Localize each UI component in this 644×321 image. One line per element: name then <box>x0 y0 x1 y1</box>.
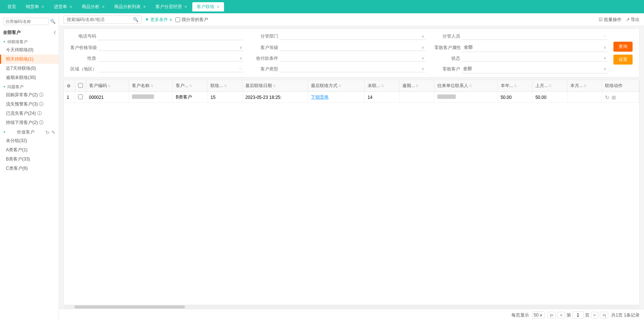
td-last-month: 50.00 <box>532 92 567 103</box>
row-checkbox[interactable] <box>78 94 83 99</box>
close-icon[interactable]: ✕ <box>184 5 187 9</box>
last-page-btn[interactable]: >| <box>600 312 608 318</box>
sidebar-item-overdue-contact[interactable]: 逾期未联络(30) <box>0 73 59 82</box>
collapse-icon[interactable]: 《 <box>52 30 56 35</box>
close-icon[interactable]: ✕ <box>217 5 220 9</box>
sidebar-item-declining[interactable]: 持续下滑客户(2) ⓘ <box>0 118 59 127</box>
select-all-checkbox[interactable] <box>78 83 83 88</box>
sidebar-item-class-a[interactable]: A类客户(1) <box>0 145 59 155</box>
th-this-month[interactable]: 本月...⇅ <box>567 80 602 92</box>
sort-icon: ⇅ <box>338 84 341 88</box>
sidebar-item-class-c[interactable]: C类客户(6) <box>0 164 59 173</box>
nav-home[interactable]: 首页 <box>3 2 21 11</box>
payment-select[interactable]: ∨ <box>280 55 426 62</box>
sidebar-item-class-b[interactable]: B类客户(33) <box>0 155 59 164</box>
customer-level-label: 客户等级 <box>252 45 278 51</box>
status-select[interactable]: ∨ <box>462 55 608 62</box>
th-name[interactable]: 客户名称⇅ <box>129 80 172 92</box>
page-number-input[interactable] <box>573 311 584 319</box>
search-icon[interactable]: 🔍 <box>133 17 139 22</box>
nav-product-analysis-list[interactable]: 商品分析列表 ✕ <box>110 2 150 11</box>
sidebar-group-pending: 待联络客户 <box>0 37 59 45</box>
th-not-contacted[interactable]: 未联...⇅ <box>364 80 399 92</box>
nature-select[interactable]: ∨ <box>98 55 244 62</box>
horizontal-scrollbar[interactable] <box>63 305 640 309</box>
scrollbar-thumb[interactable] <box>74 306 185 308</box>
settings-icon[interactable]: ⚙ <box>67 83 71 89</box>
nav-customer-contact[interactable]: 客户联络 ✕ <box>192 2 224 11</box>
th-overdue[interactable]: 逾期...⇅ <box>399 80 434 92</box>
sidebar-search-input[interactable] <box>3 18 49 25</box>
more-icon: ··· <box>603 34 606 38</box>
table-row: 1 000021 B类客户 15 2023-05-23 18:25: 下销货单 <box>64 92 639 103</box>
th-unit-contact[interactable]: 往来单位联系人⇅ <box>434 80 497 92</box>
sidebar-item-today-contact[interactable]: 今天待联络(0) <box>0 45 59 55</box>
region-select[interactable]: ··· <box>98 66 244 72</box>
sidebar-item-ungrouped[interactable]: 未分组(32) <box>0 136 59 145</box>
sidebar-search-icon[interactable]: 🔍 <box>50 19 56 24</box>
prev-page-btn[interactable]: < <box>557 312 565 318</box>
per-page-select[interactable]: 50 ∨ <box>532 311 545 319</box>
phone-input[interactable] <box>98 32 244 40</box>
all-customers-header[interactable]: 全部客户 《 <box>0 28 59 37</box>
th-last-month[interactable]: 上月...⇅ <box>532 80 567 92</box>
nav-customer-segment[interactable]: 客户分层经营 ✕ <box>151 2 192 11</box>
close-icon[interactable]: ✕ <box>143 5 146 9</box>
nav-purchase-order[interactable]: 进货单 ✕ <box>49 2 77 11</box>
td-name <box>129 92 172 103</box>
th-last-contact-date[interactable]: 最后联络日期⇅ <box>242 80 308 92</box>
customer-type-select[interactable]: ∨ <box>280 66 426 72</box>
sidebar-item-churned[interactable]: 已流失客户(24) ⓘ <box>0 109 59 118</box>
customer-level-select[interactable]: ∨ <box>280 44 426 51</box>
person-select[interactable]: ··· <box>462 33 608 40</box>
dept-label: 分管部门 <box>252 33 278 39</box>
batch-operate-btn[interactable]: ☑ 批量操作 <box>599 17 622 23</box>
first-page-btn[interactable]: |< <box>547 312 556 318</box>
sidebar-item-7days-contact[interactable]: 近7天待联络(0) <box>0 64 59 73</box>
next-page-btn[interactable]: > <box>591 312 598 318</box>
th-this-year[interactable]: 本年...⇅ <box>497 80 532 92</box>
nav-sales-order[interactable]: 销货单 ✕ <box>21 2 49 11</box>
td-action: ↻ ⊞ <box>602 92 639 103</box>
th-contact-count[interactable]: 联络...⇅ <box>207 80 242 92</box>
grid-icon[interactable]: ⊞ <box>612 94 616 100</box>
retail-customer-label: 零散客户 <box>434 66 460 72</box>
contact-method-link[interactable]: 下销货单 <box>311 94 329 100</box>
close-icon[interactable]: ✕ <box>102 5 105 9</box>
close-icon[interactable]: ✕ <box>41 5 44 9</box>
export-btn[interactable]: ↗ 导出 <box>626 17 640 23</box>
sidebar-item-churn-warning[interactable]: 流失预警客户(3) ⓘ <box>0 100 59 109</box>
td-code: 000021 <box>86 92 129 103</box>
person-label: 分管人员 <box>434 33 460 39</box>
retail-attr-select[interactable]: 全部 ∨ <box>462 43 608 52</box>
sidebar-item-tomorrow-contact[interactable]: 明天待联络(1) <box>0 55 59 64</box>
sort-icon: ⇅ <box>514 84 517 88</box>
total-label: 共1页 1条记录 <box>611 312 640 318</box>
retail-customer-select[interactable]: 全部 ∨ <box>462 65 608 73</box>
td-this-month <box>567 92 602 103</box>
my-customers-checkbox-label[interactable]: 我分管的客户 <box>175 17 208 23</box>
more-conditions-btn[interactable]: ▼ 更多条件 ∧ <box>145 17 172 23</box>
sidebar-item-repurchase-anomaly[interactable]: 回购异常客户(2) ⓘ <box>0 90 59 100</box>
my-customers-checkbox[interactable] <box>175 17 180 22</box>
filter-col-customer-type: 客户类型 ∨ <box>249 66 428 72</box>
td-checkbox <box>75 92 86 103</box>
close-icon[interactable]: ✕ <box>69 5 72 9</box>
th-last-contact-method[interactable]: 最后联络方式⇅ <box>308 80 364 92</box>
data-table: ⚙ 客户编码⇅ 客户名称⇅ 客户...⇅ <box>64 80 639 103</box>
filter-col-price-level: 客户价格等级 ∨ <box>67 44 246 51</box>
sort-icon: ⇅ <box>381 84 384 88</box>
query-button[interactable]: 查询 <box>613 42 633 52</box>
retail-attr-label: 零散客户属性 <box>434 45 461 51</box>
setting-button[interactable]: 设置 <box>613 55 633 65</box>
th-action: 联络动作 <box>602 80 639 92</box>
price-level-select[interactable]: ∨ <box>98 44 244 51</box>
filter-row-2: 客户价格等级 ∨ 客户等级 ∨ <box>67 43 610 52</box>
main-search-input[interactable] <box>67 17 133 22</box>
dept-select[interactable]: ∨ <box>280 33 426 40</box>
th-code[interactable]: 客户编码⇅ <box>86 80 129 92</box>
th-customer-type[interactable]: 客户...⇅ <box>172 80 207 92</box>
chevron-down-icon: ∨ <box>421 56 424 60</box>
nav-product-analysis[interactable]: 商品分析 ✕ <box>77 2 109 11</box>
refresh-icon[interactable]: ↻ <box>605 94 609 100</box>
